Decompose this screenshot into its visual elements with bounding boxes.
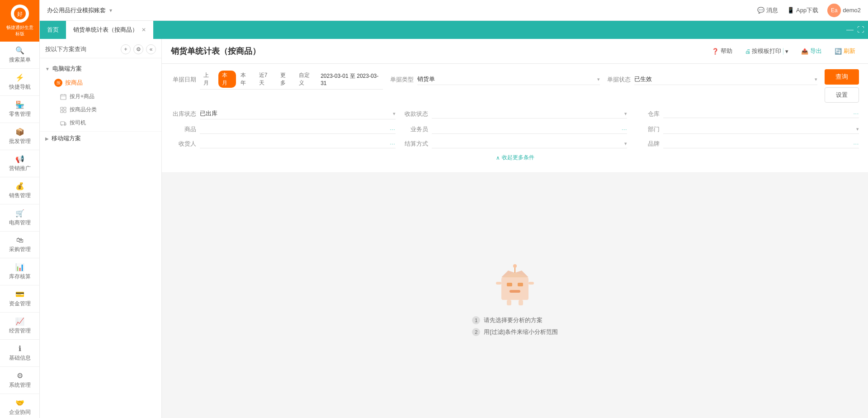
svg-rect-13 [501,277,528,300]
app-download-button[interactable]: 📱 App下载 [787,6,818,14]
export-icon: 📤 [801,48,808,55]
type-dropdown-icon[interactable]: ▾ [597,76,600,82]
sidebar-item-system[interactable]: ⚙ 系统管理 [0,367,39,394]
collapse-filters-button[interactable]: ∧ 收起更多条件 [171,150,859,167]
sidebar-item-retail[interactable]: 🏪 零售管理 [0,96,39,123]
tree-group-mobile[interactable]: ▶ 移动端方案 [40,131,161,145]
sidebar-label-purchase: 采购管理 [9,246,31,253]
status-dropdown-icon[interactable]: ▾ [815,76,817,82]
type-value-box[interactable]: 销货单 ▾ [417,74,600,85]
print-button[interactable]: 🖨 按模板打印 ▾ [741,45,792,57]
warehouse-more-icon[interactable]: ··· [854,111,859,116]
date-tab-lastmonth[interactable]: 上月 [200,71,217,88]
refresh-button[interactable]: 🔄 刷新 [831,45,859,57]
date-tab-thisyear[interactable]: 本年 [237,71,255,88]
collect-status-filter-item: 收款状态 ▾ [403,109,627,119]
dept-dropdown-icon[interactable]: ▾ [856,126,859,132]
sidebar-item-wholesale[interactable]: 📦 批发管理 [0,123,39,150]
payment-filter-item: 结算方式 ▾ [403,139,627,148]
status-value-box[interactable]: 已生效 ▾ [634,74,817,85]
payment-value-box[interactable]: ▾ [432,139,627,148]
ecommerce-icon: 🛒 [15,209,24,218]
tree-item-by-month-product[interactable]: 按月+商品 [40,90,161,103]
empty-tips: 1 请先选择要分析的方案 2 用[过滤]条件来缩小分析范围 [472,316,557,336]
sidebar-item-inventory[interactable]: 📊 库存核算 [0,258,39,285]
message-button[interactable]: 💬 消息 [757,6,778,14]
app-logo: 好 畅捷通好生意 标版 [0,0,40,42]
workspace-dropdown-icon[interactable]: ▾ [109,7,112,14]
date-tab-custom[interactable]: 自定义 [295,71,318,88]
tab-home[interactable]: 首页 [40,21,66,39]
brand-label: 品牌 [634,140,660,148]
query-button[interactable]: 查询 [825,69,859,85]
date-tab-7days[interactable]: 近7天 [255,71,276,88]
out-status-value: 已出库 [200,109,393,118]
product-value-box[interactable]: ··· [200,125,396,134]
sidebar-label-wholesale: 批发管理 [9,138,31,145]
calendar-icon [60,93,67,100]
add-scheme-button[interactable]: + [121,44,131,54]
gear-icon: ⚙ [136,46,141,52]
sidebar-item-quicknav[interactable]: ⚡ 快捷导航 [0,69,39,96]
collect-status-value-box[interactable]: ▾ [432,109,627,119]
inventory-icon: 📊 [15,263,24,271]
date-tab-more[interactable]: 更多 [277,71,294,88]
recipient-label: 收货人 [171,140,196,148]
payment-dropdown-icon[interactable]: ▾ [624,141,627,147]
collect-status-dropdown-icon[interactable]: ▾ [624,111,627,117]
warehouse-label: 仓库 [634,110,660,118]
out-status-dropdown-icon[interactable]: ▾ [393,111,396,117]
app-sublabel: 标版 [15,31,24,37]
sidebar-item-basic[interactable]: ℹ 基础信息 [0,340,39,367]
collapse-panel-button[interactable]: « [146,44,156,54]
date-tab-thismonth[interactable]: 本月 [218,71,236,88]
tab-maximize-icon[interactable]: ⛶ [857,26,864,34]
staff-more-icon[interactable]: ··· [622,127,627,132]
sidebar-item-search[interactable]: 🔍 搜索菜单 [0,42,39,69]
refresh-label: 刷新 [844,47,855,55]
sidebar-item-purchase[interactable]: 🛍 采购管理 [0,232,39,258]
svg-rect-22 [519,300,523,305]
product-more-icon[interactable]: ··· [390,127,395,132]
user-profile-button[interactable]: Ea demo2 [827,4,861,17]
top-header: 办公用品行业模拟账套 ▾ 💬 消息 📱 App下载 Ea demo2 [40,0,868,21]
sidebar-item-operations[interactable]: 📈 经营管理 [0,313,39,340]
collect-status-label: 收款状态 [403,110,428,118]
print-dropdown-icon[interactable]: ▾ [783,48,788,55]
brand-more-icon[interactable]: ··· [854,141,859,147]
sidebar-item-ecommerce[interactable]: 🛒 电商管理 [0,204,39,232]
warehouse-value-box[interactable]: ··· [663,109,859,118]
settings-button[interactable]: 设置 [825,87,859,103]
tip-num-1: 1 [472,316,480,324]
staff-value-box[interactable]: ··· [432,125,627,134]
print-icon: 🖨 [745,48,751,55]
tab-minimize-icon[interactable]: — [846,26,854,34]
tree-item-by-warehouse[interactable]: 按司机 [40,116,161,129]
tree-item-by-product[interactable]: 按 按商品 [40,76,161,90]
sidebar-item-enterprise[interactable]: 🤝 企业协同 [0,394,39,418]
export-button[interactable]: 📤 导出 [797,45,826,57]
tab-report[interactable]: 销货单统计表（按商品） ✕ [66,21,153,39]
out-status-value-box[interactable]: 已出库 ▾ [200,108,396,119]
sidebar-item-finance[interactable]: 💳 资金管理 [0,285,39,313]
scheme-settings-button[interactable]: ⚙ [133,44,143,54]
export-label: 导出 [810,47,822,55]
collapse-icon: « [150,46,153,52]
tree-expand-arrow: ▼ [45,66,50,71]
brand-value-box[interactable]: ··· [663,140,859,148]
content-area: 按以下方案查询 + ⚙ « ▼ 电脑端方案 [40,39,868,418]
dept-value-box[interactable]: ▾ [663,125,859,134]
tab-close-icon[interactable]: ✕ [142,27,146,33]
recipient-more-icon[interactable]: ··· [390,141,395,147]
status-filter-item: 单据状态 已生效 ▾ [605,74,817,85]
help-button[interactable]: ❓ 帮助 [708,45,736,57]
sidebar-item-sales[interactable]: 💰 销售管理 [0,177,39,204]
payment-label: 结算方式 [403,140,428,148]
svg-rect-10 [61,122,65,125]
workspace-selector[interactable]: 办公用品行业模拟账套 ▾ [47,6,112,14]
recipient-value-box[interactable]: ··· [200,140,396,148]
sidebar-label-ecommerce: 电商管理 [9,219,31,227]
tree-item-by-category[interactable]: 按商品分类 [40,103,161,116]
tree-group-desktop[interactable]: ▼ 电脑端方案 [40,62,161,76]
sidebar-item-marketing[interactable]: 📢 营销推广 [0,150,39,177]
